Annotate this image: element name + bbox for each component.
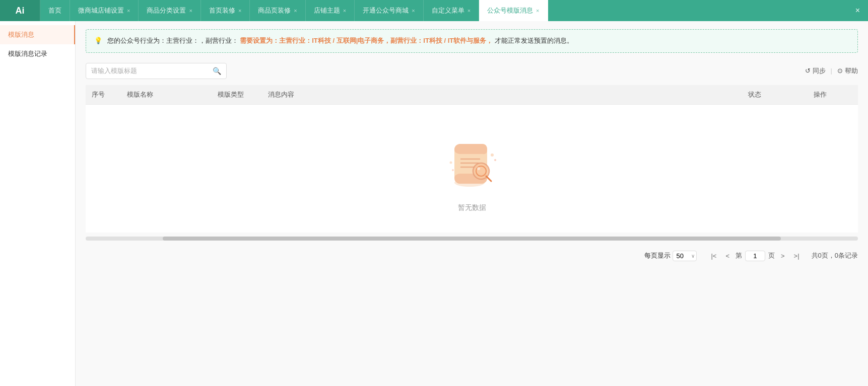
scrollbar-thumb[interactable]	[163, 237, 780, 241]
first-page-button[interactable]: |<	[708, 251, 719, 261]
close-tab-homepage-decor[interactable]: ×	[238, 8, 241, 14]
page-size-select[interactable]: 10 20 50 100	[673, 251, 697, 261]
prev-page-button[interactable]: <	[722, 251, 732, 261]
page-label-after: 页	[768, 251, 775, 260]
last-page-button[interactable]: >|	[791, 251, 803, 261]
tab-homepage-decor[interactable]: 首页装修 ×	[201, 0, 250, 21]
tab-shop-theme[interactable]: 店铺主题 ×	[306, 0, 355, 21]
search-input[interactable]	[91, 67, 213, 74]
svg-point-7	[477, 167, 480, 170]
table-header-row: 序号 模版名称 模版类型 消息内容 状态 操作	[86, 85, 858, 105]
pagination: 每页显示 10 20 50 100 |< < 第 1 页 > >| 共0页，0条…	[86, 245, 858, 263]
close-tab-shop-theme[interactable]: ×	[343, 8, 346, 14]
col-header-status: 状态	[742, 85, 808, 105]
toolbar-right: ↺ 同步 | ⊙ 帮助	[805, 66, 858, 75]
app-logo: Ai	[0, 0, 40, 21]
col-header-content: 消息内容	[262, 85, 742, 105]
search-icon[interactable]: 🔍	[213, 67, 221, 75]
page-size-select-wrapper: 10 20 50 100	[673, 251, 697, 261]
search-bar: 🔍 ↺ 同步 | ⊙ 帮助	[86, 63, 858, 79]
divider: |	[831, 67, 832, 74]
tab-bar: Ai 首页 微商城店铺设置 × 商品分类设置 × 首页装修 × 商品页装修 × …	[0, 0, 868, 21]
page-size-selector: 每页显示 10 20 50 100	[644, 251, 697, 261]
svg-point-11	[452, 169, 454, 171]
tab-product-page-decor[interactable]: 商品页装修 ×	[250, 0, 305, 21]
svg-point-8	[491, 153, 494, 157]
help-icon: ⊙	[837, 67, 843, 74]
close-tab-custom-menu[interactable]: ×	[468, 8, 471, 14]
col-header-type: 模版类型	[212, 85, 262, 105]
main-layout: 模版消息 模版消息记录 💡 您的公众号行业为：主营行业：，副营行业： 需要设置为…	[0, 21, 868, 386]
empty-text: 暂无数据	[458, 203, 486, 212]
tab-open-mall[interactable]: 开通公众号商城 ×	[355, 0, 423, 21]
next-page-button[interactable]: >	[778, 251, 788, 261]
close-tab-product-category[interactable]: ×	[189, 8, 192, 14]
sidebar-item-template-msg-record[interactable]: 模版消息记录	[0, 44, 75, 63]
tab-template-msg[interactable]: 公众号模版消息 ×	[479, 0, 548, 21]
sync-icon: ↺	[805, 67, 811, 74]
col-header-action: 操作	[808, 85, 858, 105]
page-label-before: 第	[736, 251, 742, 260]
table-empty-row: 暂无数据	[86, 104, 858, 233]
notice-box: 💡 您的公众号行业为：主营行业：，副营行业： 需要设置为：主营行业：IT科技 /…	[86, 29, 858, 53]
sync-button[interactable]: ↺ 同步	[805, 66, 826, 75]
svg-point-9	[494, 159, 496, 161]
close-tab-open-mall[interactable]: ×	[412, 8, 415, 14]
col-header-name: 模版名称	[121, 85, 212, 105]
data-table: 序号 模版名称 模版类型 消息内容 状态 操作	[86, 85, 858, 233]
current-page-input[interactable]: 1	[745, 251, 765, 261]
page-size-label: 每页显示	[644, 251, 671, 260]
page-total-info: 共0页，0条记录	[812, 251, 858, 260]
tab-product-category[interactable]: 商品分类设置 ×	[139, 0, 201, 21]
horizontal-scrollbar[interactable]	[86, 237, 858, 241]
tab-home[interactable]: 首页	[40, 0, 70, 21]
help-button[interactable]: ⊙ 帮助	[837, 66, 858, 75]
content-area: 💡 您的公众号行业为：主营行业：，副营行业： 需要设置为：主营行业：IT科技 /…	[76, 21, 868, 386]
svg-point-10	[449, 161, 452, 164]
sidebar: 模版消息 模版消息记录	[0, 21, 76, 386]
sidebar-item-template-msg[interactable]: 模版消息	[0, 25, 75, 44]
close-tab-micro-shop-setting[interactable]: ×	[127, 8, 130, 14]
close-tab-product-page-decor[interactable]: ×	[294, 8, 297, 14]
empty-state: 暂无数据	[86, 105, 858, 233]
bulb-icon: 💡	[94, 37, 102, 44]
empty-icon	[442, 135, 502, 195]
search-input-wrap: 🔍	[86, 63, 227, 79]
close-tab-template-msg[interactable]: ×	[536, 8, 539, 14]
col-header-seq: 序号	[86, 85, 121, 105]
tab-custom-menu[interactable]: 自定义菜单 ×	[424, 0, 479, 21]
tab-micro-shop-setting[interactable]: 微商城店铺设置 ×	[70, 0, 139, 21]
close-all-tabs-button[interactable]: ×	[847, 6, 868, 15]
